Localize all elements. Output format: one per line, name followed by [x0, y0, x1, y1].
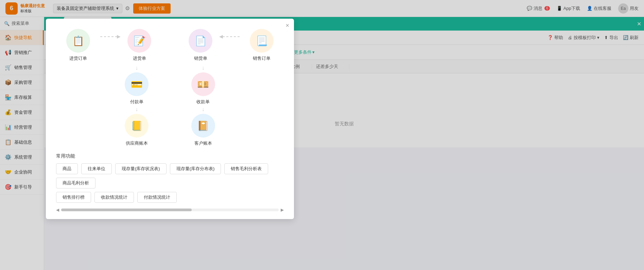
sales-bill-icon: 📄	[195, 35, 207, 47]
scrollbar-track[interactable]	[61, 209, 279, 211]
down-arrow-purchase: ↓	[116, 65, 157, 71]
popup-close-btn[interactable]: ×	[285, 22, 289, 29]
purchase-order-icon: 📋	[72, 35, 84, 47]
common-functions-section: 常用功能 商品 往来单位 现存量(库存状况表) 现存量(库存分布表) 销售毛利分…	[56, 153, 284, 203]
func-btn-product[interactable]: 商品	[56, 163, 78, 174]
func-btn-stock-status[interactable]: 现存量(库存状况表)	[115, 163, 167, 174]
supplier-ledger-icon: 📒	[131, 120, 143, 131]
func-btn-product-profit[interactable]: 商品毛利分析	[56, 178, 95, 188]
func-btn-sales-profit[interactable]: 销售毛利分析表	[224, 163, 268, 174]
func-btn-partner[interactable]: 往来单位	[81, 163, 112, 174]
func-btn-receipt-stat[interactable]: 收款情况统计	[94, 192, 134, 203]
wf-customer-ledger[interactable]: 📔 客户账本	[182, 114, 224, 146]
down-arrow-receipt: ↓	[182, 106, 224, 112]
wf-sales-order[interactable]: 📃 销售订单	[240, 29, 284, 61]
func-btn-payment-stat[interactable]: 付款情况统计	[137, 192, 177, 203]
wf-purchase-order[interactable]: 📋 进货订单	[56, 29, 100, 61]
popup-scrollbar: ◀ ▶	[56, 208, 284, 212]
customer-ledger-icon: 📔	[197, 120, 209, 131]
wf-payment-slip[interactable]: 💳 付款单	[116, 72, 157, 105]
workflow-popup: × 📋 进货订单 ▶ 📝 进货单 📄	[46, 19, 294, 219]
wf-purchase-bill[interactable]: 📝 进货单	[117, 29, 161, 61]
func-buttons: 商品 往来单位 现存量(库存状况表) 现存量(库存分布表) 销售毛利分析表 商品…	[56, 163, 284, 188]
down-arrow-payment: ↓	[116, 106, 157, 112]
scroll-left-btn[interactable]: ◀	[56, 208, 59, 212]
func-btn-stock-dist[interactable]: 现存量(库存分布表)	[170, 163, 221, 174]
wf-receipt-slip[interactable]: 💴 收款单	[182, 72, 224, 105]
sales-order-icon: 📃	[256, 35, 268, 47]
func-btn-sales-rank[interactable]: 销售排行榜	[56, 192, 91, 203]
down-arrow-sales: ↓	[182, 65, 224, 71]
scroll-right-btn[interactable]: ▶	[281, 208, 284, 212]
wf-sales-bill[interactable]: 📄 销货单	[178, 29, 223, 61]
func-buttons-2: 销售排行榜 收款情况统计 付款情况统计	[56, 192, 284, 203]
payment-icon: 💳	[131, 79, 143, 90]
wf-supplier-ledger[interactable]: 📒 供应商账本	[116, 114, 157, 146]
receipt-icon: 💴	[197, 79, 209, 90]
common-func-title: 常用功能	[56, 153, 284, 159]
purchase-bill-icon: 📝	[134, 35, 145, 47]
scrollbar-thumb	[61, 209, 192, 211]
